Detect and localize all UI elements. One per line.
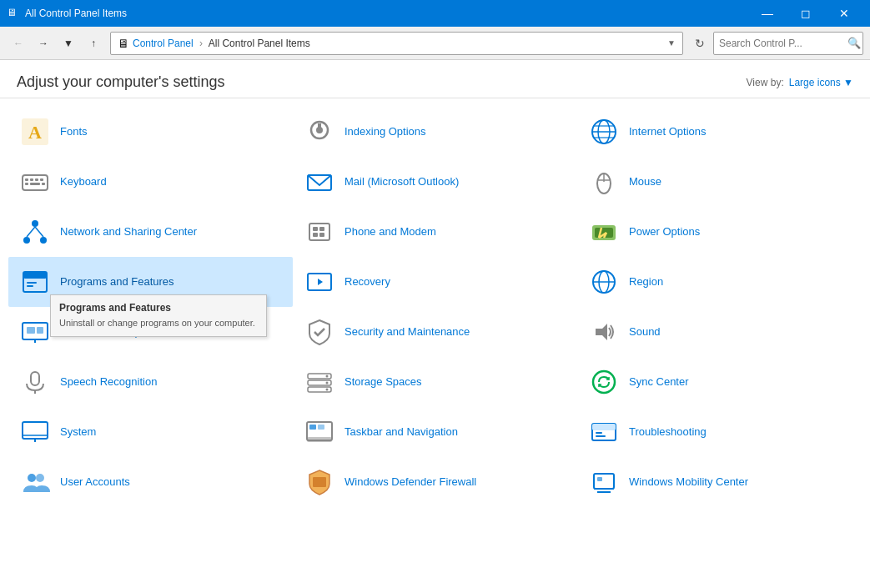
svg-rect-79 [597,477,602,481]
titlebar: 🖥 All Control Panel Items — ◻ ✕ [0,0,870,27]
item-speech-recognition[interactable]: Speech Recognition [8,357,293,407]
item-label-system: System [60,425,96,440]
item-label-indexing-options: Indexing Options [344,125,426,139]
navbar: ← → ▼ ↑ 🖥 Control Panel › All Control Pa… [0,27,870,60]
search-icon[interactable]: 🔍 [847,37,861,49]
item-programs-features[interactable]: Programs and FeaturesPrograms and Featur… [8,257,293,307]
item-icon-mouse [587,165,621,199]
svg-rect-16 [30,183,40,185]
item-label-windows-mobility: Windows Mobility Center [629,475,748,490]
svg-rect-4 [318,123,321,130]
forward-button[interactable]: → [32,32,55,55]
svg-rect-12 [30,178,33,181]
item-user-accounts[interactable]: User Accounts [8,457,293,507]
svg-rect-70 [592,424,616,430]
item-icon-internet-options [587,115,621,148]
view-by-value: Large icons [789,77,841,88]
item-sync-center[interactable]: Sync Center [577,357,862,407]
item-label-user-accounts: User Accounts [60,475,130,490]
search-input[interactable] [719,38,844,49]
svg-rect-75 [313,477,326,487]
item-windows-mobility[interactable]: Windows Mobility Center [577,457,862,507]
item-mouse[interactable]: Mouse [577,157,862,207]
item-indexing-options[interactable]: Indexing Options [293,107,577,157]
item-label-windows-defender: Windows Defender Firewall [344,475,476,490]
tooltip-title: Programs and Features [59,302,258,314]
item-phone-modem[interactable]: Phone and Modem [293,207,577,257]
item-icon-sound [587,315,621,349]
item-icon-system [18,415,52,449]
svg-rect-11 [25,178,28,181]
item-icon-windows-defender [303,465,336,499]
svg-rect-52 [31,372,39,385]
address-segment-2: All Control Panel Items [209,38,310,49]
maximize-button[interactable]: ◻ [787,0,825,27]
svg-rect-76 [594,474,614,489]
item-fonts[interactable]: AFonts [8,107,293,157]
address-segment-1[interactable]: Control Panel [133,38,194,49]
view-by-control: View by: Large icons ▼ [747,77,853,88]
item-label-programs-features: Programs and Features [60,275,174,289]
item-recovery[interactable]: Recovery [293,257,577,307]
item-icon-region [587,265,621,299]
svg-line-25 [27,227,35,237]
tooltip-desc: Uninstall or change programs on your com… [59,317,258,329]
svg-line-26 [35,227,43,237]
item-storage-spaces[interactable]: Storage Spaces [293,357,577,407]
item-icon-security-maintenance [303,315,336,349]
item-mail[interactable]: Mail (Microsoft Outlook) [293,157,577,207]
address-text: Control Panel › All Control Panel Items [133,38,664,49]
address-separator-1: › [199,38,203,49]
svg-rect-66 [307,437,332,442]
item-label-phone-modem: Phone and Modem [344,225,436,239]
item-icon-remote-desktop [18,315,52,349]
svg-text:A: A [28,122,42,143]
item-keyboard[interactable]: Keyboard [8,157,293,207]
item-system[interactable]: System [8,407,293,457]
address-dropdown-icon[interactable]: ▼ [667,38,676,48]
item-label-recovery: Recovery [344,275,390,289]
svg-point-60 [593,371,615,393]
item-internet-options[interactable]: Internet Options [577,107,862,157]
content-header: Adjust your computer's settings View by:… [0,60,870,98]
recent-button[interactable]: ▼ [57,32,80,55]
view-by-arrow: ▼ [843,77,853,88]
item-taskbar-navigation[interactable]: Taskbar and Navigation [293,407,577,457]
item-power-options[interactable]: Power Options [577,207,862,257]
item-label-sync-center: Sync Center [629,375,689,389]
minimize-button[interactable]: — [748,0,787,27]
item-label-fonts: Fonts [60,125,88,139]
item-network-sharing[interactable]: Network and Sharing Center [8,207,293,257]
svg-rect-28 [313,227,318,231]
item-icon-recovery [303,265,336,299]
svg-rect-27 [309,224,329,240]
address-bar[interactable]: 🖥 Control Panel › All Control Panel Item… [110,32,683,55]
content-area: Adjust your computer's settings View by:… [0,60,870,588]
search-bar[interactable]: 🔍 [713,32,863,55]
item-label-storage-spaces: Storage Spaces [344,375,422,389]
item-label-region: Region [629,275,663,289]
svg-point-57 [326,375,329,378]
back-button[interactable]: ← [7,32,30,55]
svg-rect-40 [27,285,33,287]
items-grid: AFontsIndexing OptionsInternet OptionsKe… [8,107,862,507]
view-by-label: View by: [747,77,784,88]
svg-rect-67 [309,425,316,430]
item-sound[interactable]: Sound [577,307,862,357]
item-label-taskbar-navigation: Taskbar and Navigation [344,425,458,440]
svg-rect-30 [313,233,318,237]
item-icon-storage-spaces [303,365,336,399]
item-troubleshooting[interactable]: Troubleshooting [577,407,862,457]
svg-rect-14 [40,178,43,181]
close-button[interactable]: ✕ [825,0,863,27]
svg-point-23 [23,237,30,244]
refresh-button[interactable]: ↻ [688,32,712,55]
view-by-dropdown[interactable]: Large icons ▼ [789,77,853,88]
svg-rect-50 [37,327,43,334]
svg-point-59 [326,389,329,391]
item-windows-defender[interactable]: Windows Defender Firewall [293,457,577,507]
item-region[interactable]: Region [577,257,862,307]
item-icon-taskbar-navigation [303,415,336,449]
up-button[interactable]: ↑ [82,32,105,55]
item-security-maintenance[interactable]: Security and Maintenance [293,307,577,357]
